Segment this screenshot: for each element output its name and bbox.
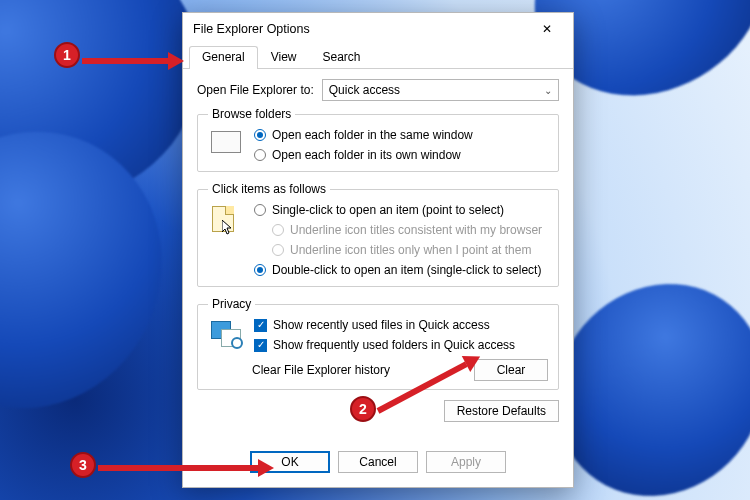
browse-folders-group: Browse folders Open each folder in the s… xyxy=(197,107,559,172)
open-to-value: Quick access xyxy=(329,83,400,97)
check-frequent-folders[interactable]: Show frequently used folders in Quick ac… xyxy=(254,337,548,353)
cancel-button[interactable]: Cancel xyxy=(338,451,418,473)
clear-button[interactable]: Clear xyxy=(474,359,548,381)
restore-defaults-button[interactable]: Restore Defaults xyxy=(444,400,559,422)
tab-panel-general: Open File Explorer to: Quick access ⌄ Br… xyxy=(183,69,573,445)
titlebar: File Explorer Options xyxy=(183,13,573,45)
radio-same-window[interactable]: Open each folder in the same window xyxy=(254,127,548,143)
click-items-legend: Click items as follows xyxy=(208,182,330,196)
annotation-badge-3: 3 xyxy=(70,452,96,478)
privacy-group: Privacy Show recently used files in Quic… xyxy=(197,297,559,390)
tab-search[interactable]: Search xyxy=(310,46,374,69)
file-explorer-options-dialog: File Explorer Options General View Searc… xyxy=(182,12,574,488)
radio-single-click[interactable]: Single-click to open an item (point to s… xyxy=(254,202,548,218)
close-icon xyxy=(542,22,552,36)
tab-general[interactable]: General xyxy=(189,46,258,69)
check-recent-files[interactable]: Show recently used files in Quick access xyxy=(254,317,548,333)
pointer-file-icon xyxy=(208,202,244,278)
radio-double-click[interactable]: Double-click to open an item (single-cli… xyxy=(254,262,548,278)
tab-view[interactable]: View xyxy=(258,46,310,69)
radio-own-window[interactable]: Open each folder in its own window xyxy=(254,147,548,163)
close-button[interactable] xyxy=(527,15,567,43)
tab-bar: General View Search xyxy=(183,45,573,69)
click-items-group: Click items as follows Single-click to o… xyxy=(197,182,559,287)
privacy-legend: Privacy xyxy=(208,297,255,311)
annotation-arrow-3 xyxy=(98,465,258,471)
radio-underline-browser: Underline icon titles consistent with my… xyxy=(272,222,548,238)
browse-folders-legend: Browse folders xyxy=(208,107,295,121)
clear-history-label: Clear File Explorer history xyxy=(252,363,464,377)
radio-underline-point: Underline icon titles only when I point … xyxy=(272,242,548,258)
chevron-down-icon: ⌄ xyxy=(544,85,552,96)
privacy-history-icon xyxy=(208,317,244,353)
annotation-badge-1: 1 xyxy=(54,42,80,68)
window-title: File Explorer Options xyxy=(193,22,527,36)
open-to-label: Open File Explorer to: xyxy=(197,83,314,97)
annotation-arrow-1 xyxy=(82,58,168,64)
annotation-badge-2: 2 xyxy=(350,396,376,422)
apply-button: Apply xyxy=(426,451,506,473)
open-to-dropdown[interactable]: Quick access ⌄ xyxy=(322,79,559,101)
folder-window-icon xyxy=(208,127,244,163)
